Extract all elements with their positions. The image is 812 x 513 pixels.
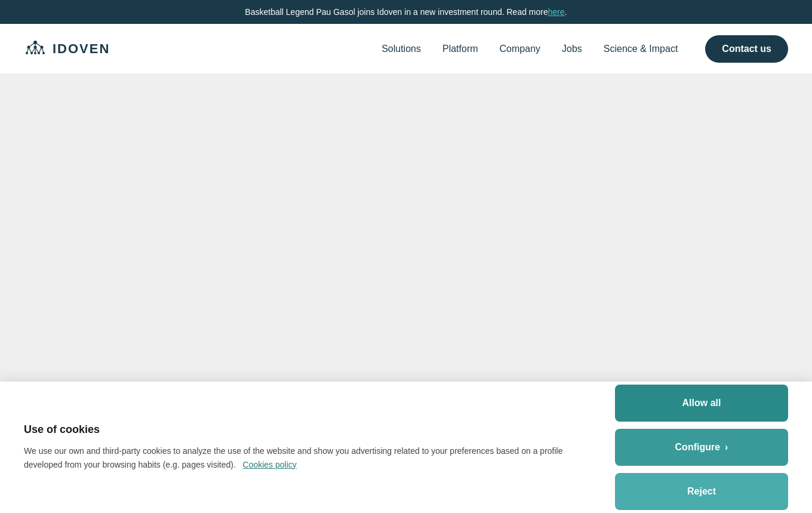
navbar: IDOVEN Solutions Platform Company Jobs S… [0,24,812,73]
cookie-banner: Use of cookies We use our own and third-… [0,382,812,513]
allow-all-button[interactable]: Allow all [615,385,788,422]
announcement-text: Basketball Legend Pau Gasol joins Idoven… [245,7,548,17]
reject-button[interactable]: Reject [615,473,788,510]
configure-label: Configure [675,442,721,453]
nav-item-platform[interactable]: Platform [442,44,478,54]
nav-item-jobs[interactable]: Jobs [562,44,582,54]
announcement-link[interactable]: here [548,7,565,17]
nav-item-science-impact[interactable]: Science & Impact [604,44,678,54]
svg-line-17 [39,47,42,53]
contact-us-button[interactable]: Contact us [705,35,788,63]
nav-item-company[interactable]: Company [500,44,540,54]
cookie-buttons: Allow all Configure › Reject [615,385,788,510]
configure-button[interactable]: Configure › [615,429,788,466]
chevron-right-icon: › [725,442,728,453]
cookie-text-section: Use of cookies We use our own and third-… [24,423,609,471]
main-content [0,73,812,382]
announcement-bar: Basketball Legend Pau Gasol joins Idoven… [0,0,812,24]
nav-item-solutions[interactable]: Solutions [382,44,421,54]
logo-text: IDOVEN [53,41,110,57]
cookie-description: We use our own and third-party cookies t… [24,444,585,471]
logo[interactable]: IDOVEN [24,38,110,60]
announcement-suffix: . [565,7,567,17]
logo-icon [24,38,47,60]
svg-line-13 [29,47,32,53]
nav-links: Solutions Platform Company Jobs Science … [382,35,788,63]
cookie-title: Use of cookies [24,423,585,436]
cookie-policy-link[interactable]: Cookies policy [243,460,297,469]
